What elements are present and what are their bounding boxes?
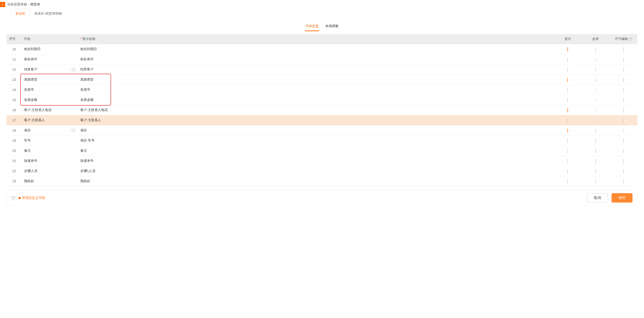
collapse-icon[interactable] — [0, 2, 5, 7]
noedit-checkbox[interactable] — [623, 98, 624, 102]
noedit-checkbox[interactable] — [623, 159, 624, 163]
cell-display[interactable]: 客户.主联系人电话 — [78, 105, 554, 115]
cell-display[interactable]: 票据类型 — [78, 75, 554, 85]
cell-name: 票据类型 — [22, 75, 78, 85]
show-checkbox[interactable] — [568, 98, 568, 102]
cell-display[interactable]: 项目.车号 — [78, 136, 554, 146]
noedit-checkbox[interactable] — [623, 149, 624, 153]
cell-display[interactable]: 预收款 — [78, 176, 554, 186]
table-row: 12结算客户+结算客户 — [6, 64, 638, 75]
cell-name: 收款条件 — [22, 54, 78, 64]
noedit-checkbox — [623, 118, 624, 122]
cell-display[interactable]: 发票金额 — [78, 95, 554, 105]
cell-name: 预收款 — [22, 176, 78, 186]
show-checkbox[interactable] — [568, 159, 568, 163]
cell-seq: 18 — [6, 126, 22, 136]
noedit-checkbox[interactable] — [623, 169, 624, 174]
table-row: 17客户.主联系人客户.主联系人 — [6, 115, 638, 126]
noedit-checkbox[interactable] — [623, 68, 624, 72]
show-checkbox[interactable] — [568, 47, 568, 52]
table-row: 18项目+项目 — [6, 126, 638, 136]
cell-display[interactable]: 项目 — [78, 126, 554, 136]
show-checkbox[interactable] — [568, 58, 568, 62]
column-name-text: 预收款 — [24, 179, 34, 183]
required-checkbox[interactable] — [595, 149, 596, 153]
column-name-text: 票据类型 — [24, 78, 37, 82]
show-checkbox[interactable] — [568, 88, 568, 92]
cell-show — [554, 136, 582, 146]
noedit-checkbox[interactable] — [623, 179, 624, 184]
help-icon[interactable]: ? — [629, 37, 632, 41]
cell-name: 客户.主联系人 — [22, 115, 78, 126]
show-checkbox[interactable] — [568, 118, 568, 122]
sub-tab-0[interactable]: 字段设置 — [305, 22, 319, 31]
cell-noedit — [610, 176, 638, 186]
required-checkbox[interactable] — [595, 68, 596, 72]
plus-icon[interactable]: + — [71, 128, 76, 132]
required-checkbox[interactable] — [595, 128, 596, 133]
cell-display[interactable]: 收款到期日 — [78, 44, 554, 54]
show-checkbox[interactable] — [568, 169, 568, 174]
required-checkbox[interactable] — [595, 139, 596, 143]
main-tab-1[interactable]: 表体区-销货单明细 — [30, 9, 66, 18]
cell-required — [582, 95, 610, 105]
cell-noedit — [610, 115, 638, 126]
cell-seq: 22 — [6, 166, 22, 176]
plus-icon[interactable]: + — [71, 67, 76, 72]
show-checkbox[interactable] — [568, 149, 568, 153]
cell-show — [554, 105, 582, 115]
sub-tab-1[interactable]: 布局调整 — [325, 22, 339, 31]
required-checkbox[interactable] — [595, 169, 596, 174]
noedit-checkbox[interactable] — [623, 139, 624, 143]
noedit-checkbox[interactable] — [623, 78, 624, 82]
main-tab-0[interactable]: 表头区 — [11, 9, 30, 18]
cell-seq: 15 — [6, 95, 22, 105]
column-name-text: 步骤人员 — [24, 169, 37, 173]
cell-seq: 13 — [6, 75, 22, 85]
column-name-text: 备注 — [24, 148, 31, 153]
column-name-text: 收款条件 — [24, 57, 37, 62]
cell-display[interactable]: 发票号 — [78, 85, 554, 95]
show-checkbox[interactable] — [568, 179, 568, 184]
table-row: 15发票金额发票金额 — [6, 95, 638, 105]
cell-name: 快递单号 — [22, 156, 78, 166]
cell-required — [582, 105, 610, 115]
manage-custom-fields-link[interactable]: 管理自定义字段 — [18, 196, 45, 200]
show-checkbox[interactable] — [568, 139, 568, 143]
help-circle-icon[interactable]: ? — [12, 196, 15, 200]
required-checkbox — [595, 108, 596, 112]
column-name-text: 收款到期日 — [24, 47, 41, 51]
table-row: 23预收款预收款 — [6, 176, 638, 186]
cell-seq: 16 — [6, 105, 22, 115]
cell-show — [554, 146, 582, 156]
noedit-checkbox[interactable] — [623, 58, 624, 62]
top-bar: 当前设置单据： 销货单 — [0, 0, 644, 9]
doc-value: 销货单 — [30, 2, 40, 6]
cell-display[interactable]: 备注 — [78, 146, 554, 156]
cell-name: 备注 — [22, 146, 78, 156]
show-checkbox[interactable] — [568, 78, 568, 82]
show-checkbox[interactable] — [568, 128, 568, 133]
show-checkbox[interactable] — [568, 68, 568, 72]
noedit-checkbox[interactable] — [623, 47, 624, 52]
cell-show — [554, 95, 582, 105]
column-name-text: 发票号 — [24, 88, 34, 92]
cell-noedit — [610, 156, 638, 166]
cell-required — [582, 44, 610, 54]
required-checkbox — [595, 118, 596, 122]
save-button[interactable]: 保存 — [612, 193, 632, 202]
cell-display[interactable]: 步骤1人员 — [78, 166, 554, 176]
cell-display[interactable]: 客户.主联系人 — [78, 115, 554, 126]
cell-show — [554, 156, 582, 166]
cell-display[interactable]: 收款条件 — [78, 54, 554, 64]
cell-display[interactable]: 结算客户 — [78, 64, 554, 75]
cell-noedit — [610, 166, 638, 176]
show-checkbox[interactable] — [568, 108, 568, 112]
column-name-text: 发票金额 — [24, 98, 37, 102]
col-name: 列名 — [22, 34, 78, 44]
cancel-button[interactable]: 取消 — [587, 193, 608, 202]
required-checkbox[interactable] — [595, 159, 596, 163]
cell-display[interactable]: 快递单号 — [78, 156, 554, 166]
noedit-checkbox[interactable] — [623, 88, 624, 92]
fields-table: 序号 列名 *显示名称 显示 必录 不可编辑? 10收款到期日收款到期日11收款… — [6, 34, 638, 186]
